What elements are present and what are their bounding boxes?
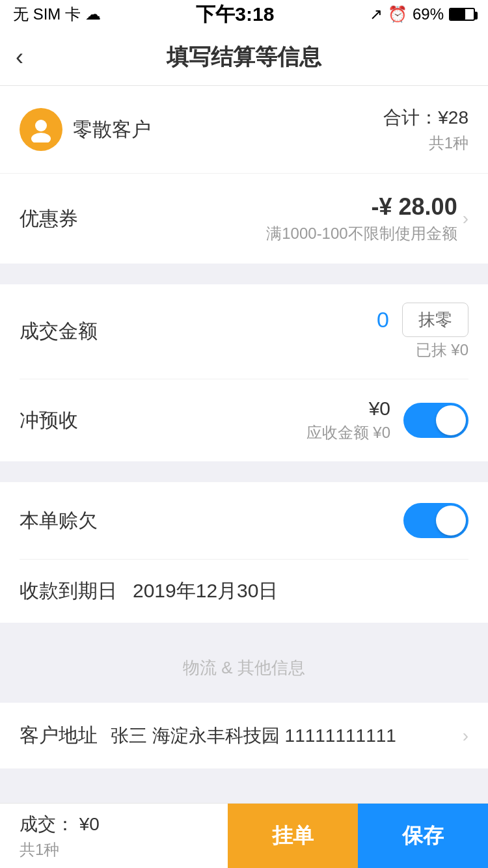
pre-receive-main: ¥0 (306, 398, 390, 420)
pre-receive-right: ¥0 应收金额 ¥0 (306, 398, 468, 443)
bottom-info: 成交： ¥0 共1种 (0, 804, 228, 868)
svg-point-1 (31, 133, 51, 142)
address-row[interactable]: 客户地址 张三 海淀永丰科技园 11111111111 › (20, 703, 468, 768)
customer-section: 零散客户 合计：¥28 共1种 优惠券 -¥ 28.00 满1000-100不限… (0, 86, 488, 264)
separator-1 (0, 274, 488, 284)
pre-receive-toggle[interactable] (403, 403, 468, 438)
status-left: 无 SIM 卡 ☁ (13, 4, 101, 25)
separator-4 (0, 692, 488, 703)
logistics-divider: 物流 & 其他信息 (0, 644, 488, 692)
svg-point-0 (35, 120, 47, 131)
status-right: ↗ ⏰ 69% (370, 5, 475, 23)
separator-2 (0, 472, 488, 482)
pending-button[interactable]: 挂单 (228, 804, 358, 868)
bottom-count: 共1种 (20, 839, 208, 860)
debt-row: 本单赊欠 (20, 482, 468, 560)
sim-wifi-text: 无 SIM 卡 ☁ (13, 4, 101, 25)
logistics-label: 物流 & 其他信息 (183, 658, 305, 677)
battery-icon (449, 8, 475, 21)
coupon-label: 优惠券 (20, 206, 78, 232)
deal-amount-sub: 已抹 ¥0 (377, 340, 468, 360)
bottom-deal-amount: 成交： ¥0 (20, 812, 208, 837)
location-icon: ↗ (370, 5, 383, 23)
deal-amount-value: 0 (377, 307, 389, 332)
customer-row: 零散客户 合计：¥28 共1种 (0, 86, 488, 173)
deal-section: 成交金额 0 抹零 已抹 ¥0 冲预收 ¥0 应收金额 ¥0 (0, 284, 488, 461)
address-chevron-icon: › (463, 726, 468, 746)
deal-right: 0 抹零 (377, 303, 468, 337)
debt-due-date: 2019年12月30日 (133, 578, 278, 604)
coupon-desc: 满1000-100不限制使用金额 (266, 223, 457, 244)
nav-bar: ‹ 填写结算等信息 (0, 29, 488, 86)
total-count: 共1种 (383, 133, 468, 154)
back-button[interactable]: ‹ (16, 44, 23, 71)
bottom-deal-value: ¥0 (79, 814, 100, 834)
pre-receive-sub: 应收金额 ¥0 (306, 422, 390, 443)
bottom-bar: 成交： ¥0 共1种 挂单 保存 (0, 803, 488, 868)
battery-text: 69% (413, 5, 444, 23)
customer-name: 零散客户 (73, 116, 151, 143)
debt-toggle[interactable] (403, 503, 468, 538)
pre-receive-row: 冲预收 ¥0 应收金额 ¥0 (20, 379, 468, 461)
separator-3 (0, 633, 488, 644)
total-amount: 合计：¥28 (383, 105, 468, 130)
coupon-row[interactable]: 优惠券 -¥ 28.00 满1000-100不限制使用金额 › (0, 173, 488, 264)
status-bar: 无 SIM 卡 ☁ 下午3:18 ↗ ⏰ 69% (0, 0, 488, 29)
separator-5 (0, 768, 488, 779)
debt-section: 本单赊欠 收款到期日 2019年12月30日 (0, 482, 488, 623)
bottom-deal-label: 成交： (20, 814, 74, 834)
coupon-discount: -¥ 28.00 (266, 193, 457, 221)
debt-label: 本单赊欠 (20, 508, 98, 534)
address-label: 客户地址 (20, 722, 98, 749)
alarm-icon: ⏰ (388, 5, 407, 23)
deal-amount-row: 成交金额 0 抹零 已抹 ¥0 (20, 284, 468, 379)
page-title: 填写结算等信息 (167, 42, 321, 72)
pre-receive-amounts: ¥0 应收金额 ¥0 (306, 398, 390, 443)
status-time: 下午3:18 (196, 1, 274, 28)
avatar (20, 108, 62, 151)
deal-amount-right: 0 抹零 已抹 ¥0 (377, 303, 468, 360)
deal-amount-label: 成交金额 (20, 318, 98, 345)
debt-due-label: 收款到期日 (20, 578, 117, 604)
coupon-chevron-icon: › (463, 208, 468, 229)
address-value: 张三 海淀永丰科技园 11111111111 (111, 724, 463, 748)
address-section[interactable]: 客户地址 张三 海淀永丰科技园 11111111111 › (0, 703, 488, 768)
debt-date-row: 收款到期日 2019年12月30日 (20, 560, 468, 623)
customer-total: 合计：¥28 共1种 (383, 105, 468, 154)
pre-receive-label: 冲预收 (20, 407, 78, 434)
round-zero-button[interactable]: 抹零 (402, 303, 468, 337)
customer-left: 零散客户 (20, 108, 151, 151)
coupon-right: -¥ 28.00 满1000-100不限制使用金额 › (266, 193, 468, 244)
save-button[interactable]: 保存 (358, 804, 488, 868)
coupon-info: -¥ 28.00 满1000-100不限制使用金额 (266, 193, 457, 244)
